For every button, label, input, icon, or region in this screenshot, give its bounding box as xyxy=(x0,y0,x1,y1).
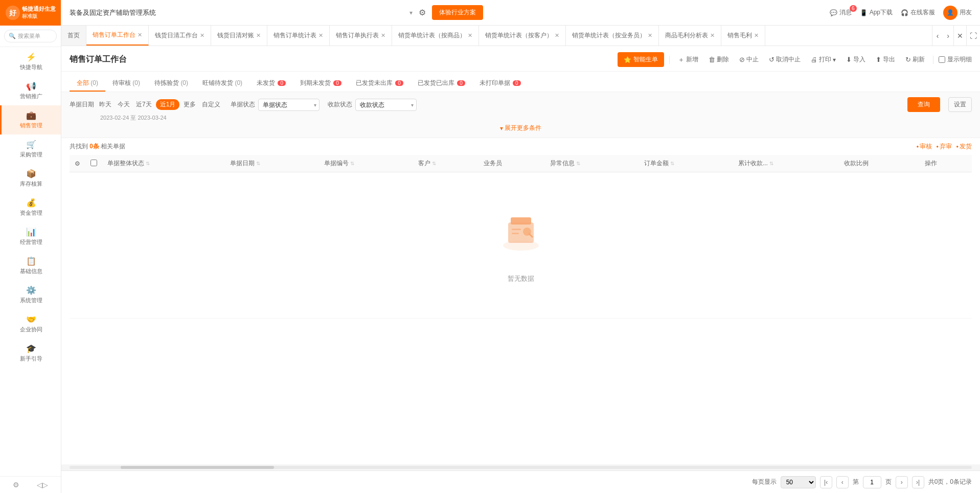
tab-maximize-btn[interactable]: ⛶ xyxy=(966,26,980,46)
collapse-btn[interactable]: ◁▷ xyxy=(37,481,48,489)
sort-exception-icon[interactable]: ⇅ xyxy=(576,161,580,166)
show-detail-checkbox-label[interactable]: 显示明细 xyxy=(939,55,972,64)
sidebar-item-purchase[interactable]: 🛒 采购管理 xyxy=(0,135,61,164)
trial-btn[interactable]: 体验行业方案 xyxy=(432,5,483,20)
table-summary-left: 共找到 0条 相关单据 xyxy=(70,142,125,151)
sort-status-icon[interactable]: ⇅ xyxy=(146,161,150,166)
sort-number-icon[interactable]: ⇅ xyxy=(350,161,354,166)
sidebar-item-collab[interactable]: 🤝 企业协同 xyxy=(0,309,61,339)
tab-scroll-right-btn[interactable]: › xyxy=(943,26,953,46)
date-custom-btn[interactable]: 自定义 xyxy=(200,99,222,110)
page-size-select[interactable]: 20 50 100 xyxy=(781,476,816,488)
tab-scroll-left-btn[interactable]: ‹ xyxy=(932,26,943,46)
page-last-btn[interactable]: ›| xyxy=(912,476,924,488)
date-today-btn[interactable]: 今天 xyxy=(116,99,132,110)
online-service-btn[interactable]: 🎧 在线客服 xyxy=(901,8,935,17)
tab-close-sales-order[interactable]: ✕ xyxy=(138,32,142,38)
search-menu-button[interactable]: 🔍 搜索菜单 xyxy=(4,30,57,42)
settings-icon-btn[interactable]: ⚙ xyxy=(13,481,19,489)
tab-sales-summary-customer[interactable]: 销货单统计表（按客户） ✕ xyxy=(479,26,566,46)
filter-settings-btn[interactable]: 设置 xyxy=(948,97,972,112)
export-btn[interactable]: ⬆ 导出 xyxy=(873,53,898,66)
sidebar-item-finance[interactable]: 💰 资金管理 xyxy=(0,193,61,222)
page-first-btn[interactable]: |‹ xyxy=(820,476,832,488)
th-setting[interactable]: ⚙ xyxy=(70,155,85,172)
sort-collected-icon[interactable]: ⇅ xyxy=(769,161,773,166)
sort-date-icon[interactable]: ⇅ xyxy=(256,161,260,166)
smart-create-btn[interactable]: ⭐ 智能生单 xyxy=(618,52,664,67)
th-checkbox[interactable] xyxy=(85,155,102,172)
tab-close-summary-product[interactable]: ✕ xyxy=(468,32,472,39)
tab-close-margin-analysis[interactable]: ✕ xyxy=(710,32,715,39)
tab-margin-analysis[interactable]: 商品毛利分析表 ✕ xyxy=(659,26,721,46)
column-settings-icon[interactable]: ⚙ xyxy=(75,160,80,167)
tab-close-summary-customer[interactable]: ✕ xyxy=(555,32,559,39)
delete-btn[interactable]: 🗑 删除 xyxy=(705,53,732,66)
tab-sales-order[interactable]: 销售订单工作台 ✕ xyxy=(86,26,149,46)
subtab-expired-not-shipped[interactable]: 到期未发货 0 xyxy=(293,76,349,92)
subtab-pending-review[interactable]: 待审核 (0) xyxy=(105,76,147,92)
tab-close-cash-reconcile[interactable]: ✕ xyxy=(256,32,261,39)
query-btn[interactable]: 查询 xyxy=(907,97,940,112)
app-download-btn[interactable]: 📱 App下载 xyxy=(860,8,893,17)
message-icon-btn[interactable]: 💬 6 消息 xyxy=(830,8,852,17)
subtab-shipped-out[interactable]: 已发货已出库 0 xyxy=(411,76,472,92)
sidebar-item-marketing[interactable]: 📢 营销推广 xyxy=(0,76,61,105)
sidebar-item-system[interactable]: ⚙️ 系统管理 xyxy=(0,280,61,309)
refresh-btn[interactable]: ↻ 刷新 xyxy=(902,53,928,66)
show-detail-checkbox[interactable] xyxy=(939,56,945,63)
review-action-btn[interactable]: 审核 xyxy=(916,142,932,151)
tab-sales-stats[interactable]: 销售订单统计表 ✕ xyxy=(267,26,330,46)
user-menu-btn[interactable]: 👤 用友 xyxy=(943,6,972,20)
subtab-pending-check[interactable]: 待拣验货 (0) xyxy=(147,76,195,92)
tab-close-cash-daily[interactable]: ✕ xyxy=(200,32,204,39)
sidebar-item-quick-nav[interactable]: ⚡ 快捷导航 xyxy=(0,47,61,76)
ship-action-btn[interactable]: 发货 xyxy=(956,142,972,151)
select-all-checkbox[interactable] xyxy=(90,160,97,166)
scrollbar-thumb[interactable] xyxy=(121,466,274,469)
tab-close-all-btn[interactable]: ✕ xyxy=(953,26,966,46)
date-more-btn[interactable]: 更多 xyxy=(181,99,198,110)
tab-close-sales-stats[interactable]: ✕ xyxy=(318,32,323,39)
expand-filter-btn[interactable]: ▾ 展开更多条件 xyxy=(500,124,541,132)
cancel-review-action-btn[interactable]: 弃审 xyxy=(936,142,952,151)
suspend-btn[interactable]: ⊘ 中止 xyxy=(736,53,762,66)
cancel-suspend-btn[interactable]: ↺ 取消中止 xyxy=(766,53,804,66)
tab-sales-profit[interactable]: 销售毛利 ✕ xyxy=(721,26,765,46)
subtab-wangpu[interactable]: 旺铺待发货 (0) xyxy=(195,76,249,92)
tab-home[interactable]: 首页 xyxy=(61,26,86,46)
subtab-not-printed[interactable]: 未打印单据 0 xyxy=(472,76,528,92)
subtab-shipped-not-out[interactable]: 已发货未出库 0 xyxy=(349,76,411,92)
horizontal-scrollbar[interactable] xyxy=(61,464,980,470)
gear-settings-icon[interactable]: ⚙ xyxy=(419,8,426,17)
tab-cash-daily[interactable]: 钱货日清工作台 ✕ xyxy=(149,26,211,46)
tab-close-summary-staff[interactable]: ✕ xyxy=(648,32,652,39)
print-btn[interactable]: 🖨 打印 ▾ xyxy=(808,53,839,66)
page-next-btn[interactable]: › xyxy=(896,476,908,488)
sidebar-item-inventory[interactable]: 📦 库存核算 xyxy=(0,164,61,193)
tab-sales-summary-product[interactable]: 销货单统计表（按商品） ✕ xyxy=(392,26,479,46)
subtab-not-shipped[interactable]: 未发货 0 xyxy=(249,76,293,92)
sidebar-item-business[interactable]: 📊 经营管理 xyxy=(0,222,61,251)
date-1month-btn[interactable]: 近1月 xyxy=(156,99,180,110)
page-prev-btn[interactable]: ‹ xyxy=(836,476,849,488)
payment-select[interactable]: 收款状态 xyxy=(355,99,417,111)
sort-amount-icon[interactable]: ⇅ xyxy=(670,161,674,166)
tab-close-sales-exec[interactable]: ✕ xyxy=(381,32,385,39)
tab-sales-summary-staff[interactable]: 销货单统计表（按业务员） ✕ xyxy=(566,26,659,46)
import-btn[interactable]: ⬇ 导入 xyxy=(843,53,869,66)
page-number-input[interactable] xyxy=(863,476,881,488)
tab-cash-reconcile[interactable]: 钱货日清对账 ✕ xyxy=(211,26,267,46)
tab-close-sales-profit[interactable]: ✕ xyxy=(754,32,759,39)
sidebar-item-guide[interactable]: 🎓 新手引导 xyxy=(0,339,61,368)
subtab-all[interactable]: 全部 (0) xyxy=(70,76,105,92)
date-yesterday-btn[interactable]: 昨天 xyxy=(97,99,113,110)
tab-sales-exec[interactable]: 销售订单执行表 ✕ xyxy=(330,26,392,46)
date-7days-btn[interactable]: 近7天 xyxy=(134,99,154,110)
sort-customer-icon[interactable]: ⇅ xyxy=(432,161,436,166)
svg-text:好: 好 xyxy=(9,9,17,17)
sidebar-item-sales[interactable]: 💼 销售管理 xyxy=(0,105,61,135)
sidebar-item-basic[interactable]: 📋 基础信息 xyxy=(0,251,61,280)
status-select[interactable]: 单据状态 xyxy=(258,99,320,111)
add-btn[interactable]: ＋ 新增 xyxy=(675,53,701,66)
